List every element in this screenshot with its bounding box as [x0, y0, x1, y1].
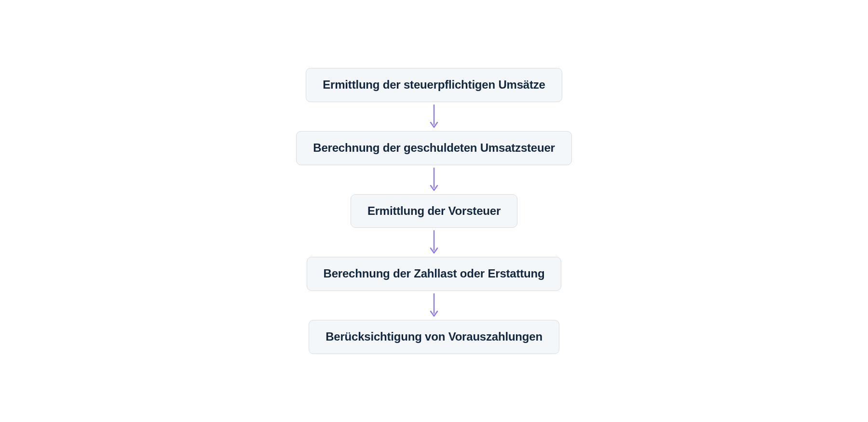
- flow-step-label: Ermittlung der steuerpflichtigen Umsätze: [323, 78, 545, 91]
- arrow-down-icon: [428, 291, 440, 320]
- flow-step-label: Berechnung der Zahllast oder Erstattung: [324, 267, 545, 280]
- arrow-down-icon: [428, 102, 440, 131]
- flow-step-label: Ermittlung der Vorsteuer: [367, 204, 501, 217]
- flow-step-label: Berechnung der geschuldeten Umsatzsteuer: [313, 141, 555, 154]
- flowchart: Ermittlung der steuerpflichtigen Umsätze…: [0, 0, 868, 422]
- flow-step-3: Ermittlung der Vorsteuer: [351, 194, 517, 228]
- arrow-down-icon: [428, 165, 440, 194]
- flow-step-2: Berechnung der geschuldeten Umsatzsteuer: [296, 131, 571, 165]
- flow-step-4: Berechnung der Zahllast oder Erstattung: [307, 257, 562, 291]
- arrow-down-icon: [428, 228, 440, 257]
- flow-step-5: Berücksichtigung von Vorauszahlungen: [309, 320, 559, 354]
- flow-step-label: Berücksichtigung von Vorauszahlungen: [326, 330, 542, 343]
- flow-step-1: Ermittlung der steuerpflichtigen Umsätze: [306, 68, 562, 102]
